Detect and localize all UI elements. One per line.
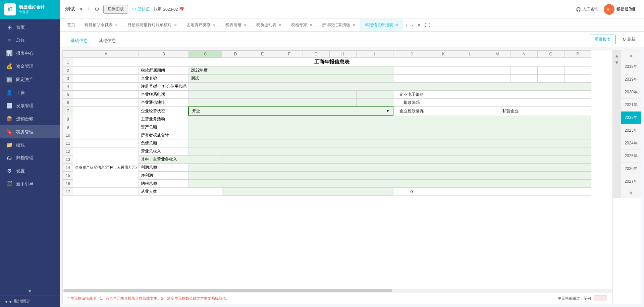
cell[interactable]	[73, 115, 139, 123]
panel-up-btn[interactable]: ▲	[614, 53, 619, 58]
tab-7[interactable]: 所得税汇算清缴✕	[317, 19, 360, 32]
tab-close-btn[interactable]: ✕	[395, 23, 398, 28]
topbar-add-btn[interactable]: +	[87, 6, 91, 13]
calendar-icon[interactable]: 📅	[179, 7, 184, 12]
cell[interactable]	[430, 67, 457, 75]
cell[interactable]: 净利润	[139, 172, 189, 180]
cell[interactable]	[73, 107, 139, 115]
cell[interactable]	[189, 172, 591, 180]
year-down-btn[interactable]: ▼	[621, 188, 641, 198]
cell[interactable]	[222, 188, 393, 196]
cell[interactable]	[73, 75, 139, 83]
sidebar-item-工资[interactable]: 👤 工资	[0, 86, 60, 99]
sidebar-item-固定资产[interactable]: 🏢 固定资产	[0, 73, 60, 86]
sidebar-item-税务管理[interactable]: 🔖 税务管理	[0, 125, 60, 138]
cell[interactable]	[457, 67, 484, 75]
cell[interactable]: 负债总额	[139, 139, 189, 147]
cell[interactable]: 企业名称	[139, 75, 189, 83]
cell[interactable]	[537, 75, 564, 83]
tab-close-btn[interactable]: ✕	[174, 23, 177, 28]
cell[interactable]: 私营企业	[430, 107, 591, 115]
cell[interactable]: 注册号/统一社会信用代码	[139, 83, 189, 91]
year-item[interactable]: 2021年	[621, 99, 641, 112]
year-item[interactable]: 2027年	[621, 175, 641, 188]
cell[interactable]	[430, 99, 591, 107]
tab-6[interactable]: 税检专家✕	[286, 19, 317, 32]
cell[interactable]: 企业控股情况	[393, 107, 430, 115]
user-menu[interactable]: Rit 畅捷通B组...	[604, 4, 639, 15]
cell[interactable]	[189, 99, 356, 107]
year-item[interactable]: 2024年	[621, 137, 641, 150]
cell[interactable]	[189, 164, 591, 172]
tabs-prev-btn[interactable]: ‹	[405, 21, 409, 29]
sidebar-item-设置[interactable]: ⚙ 设置	[0, 164, 60, 177]
tab-0[interactable]: 首页	[62, 19, 80, 32]
cell[interactable]	[189, 139, 591, 147]
cell[interactable]	[430, 188, 591, 196]
cell[interactable]: 测试	[189, 75, 393, 83]
cell[interactable]	[73, 91, 139, 99]
tab-8[interactable]: 年报信息申报表✕	[360, 19, 403, 32]
cell[interactable]	[189, 91, 356, 99]
cell[interactable]: 企业通信地址	[139, 99, 189, 107]
tab-2[interactable]: 日记账与银行对账单核对✕	[123, 19, 182, 32]
tab-close-btn[interactable]: ✕	[352, 23, 356, 28]
tab-1[interactable]: 科目辅助余额表✕	[80, 19, 123, 32]
cell[interactable]	[564, 75, 591, 83]
year-item[interactable]: 2023年	[621, 124, 641, 137]
switch-version-button[interactable]: 切到旧版	[103, 5, 128, 14]
cell[interactable]: 企业联系电话	[139, 91, 189, 99]
cell[interactable]: 邮政编码	[393, 99, 430, 107]
cell[interactable]: 2022年度	[189, 67, 393, 75]
tab-close-btn[interactable]: ✕	[115, 23, 118, 28]
cell[interactable]	[511, 75, 537, 83]
cell[interactable]	[189, 131, 591, 139]
panel-down-btn[interactable]: ▼	[614, 60, 619, 65]
cell[interactable]	[73, 99, 139, 107]
sheet-title-cell[interactable]: 工商年报信息表	[73, 58, 591, 67]
tab-3[interactable]: 固定资产类别✕	[182, 19, 221, 32]
tab-close-btn[interactable]: ✕	[278, 23, 282, 28]
cell[interactable]	[430, 91, 591, 99]
cell[interactable]: 0	[393, 188, 430, 196]
dropdown-cell[interactable]: 开业▼	[189, 107, 393, 115]
tab-4[interactable]: 税表清册✕	[221, 19, 252, 32]
sidebar-item-首页[interactable]: ⊞ 首页	[0, 21, 60, 34]
cell[interactable]: 所有者权益合计	[139, 131, 189, 139]
sub-tab-0[interactable]: 基础信息	[65, 36, 93, 46]
sidebar-item-结账[interactable]: 📁 结账	[0, 138, 60, 151]
sidebar-collapse-btn[interactable]: ◄◄ 取消固定	[0, 296, 60, 307]
cell[interactable]	[564, 67, 591, 75]
cell[interactable]	[393, 75, 430, 83]
sidebar-item-资金管理[interactable]: 💰 资金管理	[0, 60, 60, 73]
tab-5[interactable]: 税负波动表✕	[252, 19, 286, 32]
sidebar-item-发票管理[interactable]: 🧾 发票管理	[0, 99, 60, 112]
cell[interactable]	[189, 83, 591, 91]
tabs-next-btn[interactable]: ›	[410, 21, 415, 29]
cell[interactable]	[222, 156, 591, 164]
year-item[interactable]: 2019年	[621, 73, 641, 86]
refresh-button[interactable]: ↻ 刷新	[619, 35, 639, 44]
spreadsheet-table-wrap[interactable]: ABCDEFGHIJKLMNOP 1工商年报信息表2税款所属期间：2022年度3…	[63, 50, 612, 286]
cell[interactable]	[356, 91, 393, 99]
cell[interactable]: 资产总额	[139, 123, 189, 131]
sub-tab-1[interactable]: 其他信息	[93, 36, 121, 46]
cell[interactable]: 纳税总额	[139, 180, 189, 188]
tabs-close-btn[interactable]: ✕	[416, 21, 422, 29]
year-item[interactable]: 2020年	[621, 86, 641, 99]
cell[interactable]	[73, 188, 139, 196]
cell[interactable]	[484, 75, 511, 83]
cell[interactable]	[356, 99, 393, 107]
cell[interactable]	[484, 67, 511, 75]
cell[interactable]	[511, 67, 537, 75]
cell[interactable]: 利润总额	[139, 164, 189, 172]
cell[interactable]	[430, 75, 457, 83]
cell[interactable]	[189, 115, 591, 123]
cell[interactable]	[457, 75, 484, 83]
service-btn[interactable]: 🎧 人工咨询	[576, 6, 598, 12]
cell[interactable]: 企业经营状态	[139, 107, 189, 115]
sidebar-item-进销台账[interactable]: 📦 进销台账	[0, 112, 60, 125]
year-up-btn[interactable]: ▲	[621, 50, 641, 60]
cell[interactable]	[393, 67, 430, 75]
year-item[interactable]: 2018年	[621, 60, 641, 73]
